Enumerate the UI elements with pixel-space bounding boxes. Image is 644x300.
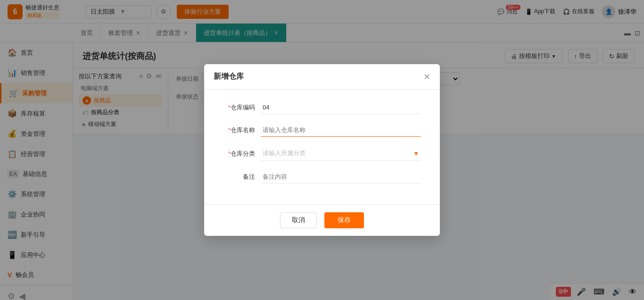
name-input[interactable] bbox=[261, 124, 421, 137]
form-row-code: *仓库编码 bbox=[223, 101, 421, 114]
save-button[interactable]: 保存 bbox=[324, 212, 364, 228]
note-label: 备注 bbox=[223, 173, 261, 181]
form-row-name: *仓库名称 bbox=[223, 124, 421, 137]
modal-title: 新增仓库 bbox=[214, 72, 244, 82]
category-select[interactable]: 请输入所属分类 ▼ bbox=[261, 146, 421, 161]
modal-footer: 取消 保存 bbox=[204, 204, 440, 236]
name-label: *仓库名称 bbox=[223, 126, 261, 134]
modal-dialog: 新增仓库 ✕ *仓库编码 *仓库名称 *仓库分类 bbox=[204, 64, 440, 236]
code-input[interactable] bbox=[261, 101, 421, 114]
category-dropdown-icon: ▼ bbox=[413, 150, 419, 157]
form-row-note: 备注 bbox=[223, 170, 421, 183]
modal-overlay[interactable]: 新增仓库 ✕ *仓库编码 *仓库名称 *仓库分类 bbox=[0, 0, 644, 300]
code-label: *仓库编码 bbox=[223, 103, 261, 112]
modal-close-icon[interactable]: ✕ bbox=[423, 73, 430, 81]
modal-header: 新增仓库 ✕ bbox=[204, 64, 440, 90]
cancel-button[interactable]: 取消 bbox=[280, 212, 317, 228]
modal-body: *仓库编码 *仓库名称 *仓库分类 请输入所属分类 ▼ bbox=[204, 90, 440, 204]
category-label: *仓库分类 bbox=[223, 150, 261, 158]
note-input[interactable] bbox=[261, 170, 421, 183]
form-row-category: *仓库分类 请输入所属分类 ▼ bbox=[223, 146, 421, 161]
